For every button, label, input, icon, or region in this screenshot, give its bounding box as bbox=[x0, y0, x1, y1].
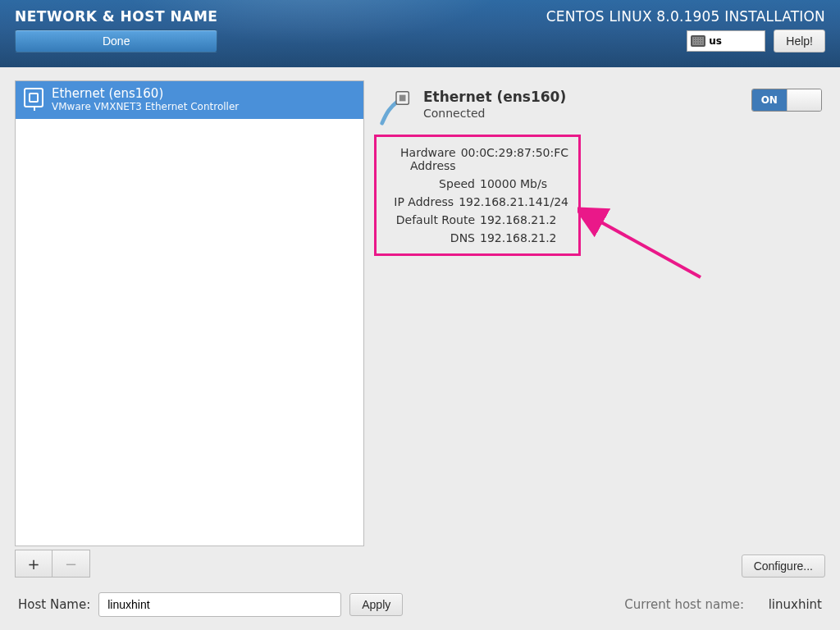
apply-hostname-button[interactable]: Apply bbox=[349, 593, 403, 616]
detail-row-ip-address: IP Address 192.168.21.141/24 bbox=[380, 193, 568, 211]
interface-detail-table: Hardware Address 00:0C:29:87:50:FC Speed… bbox=[374, 135, 581, 256]
help-button-label: Help! bbox=[786, 34, 813, 48]
configure-button-label: Configure... bbox=[754, 559, 813, 573]
hostname-label: Host Name: bbox=[18, 597, 90, 612]
toggle-knob bbox=[787, 89, 822, 111]
minus-icon: − bbox=[65, 555, 77, 573]
detail-row-hardware-address: Hardware Address 00:0C:29:87:50:FC bbox=[380, 144, 568, 175]
interface-name: Ethernet (ens160) bbox=[52, 86, 239, 101]
detail-label: DNS bbox=[380, 231, 475, 244]
spoke-body: Ethernet (ens160) VMware VMXNET3 Etherne… bbox=[0, 67, 840, 630]
detail-value: 00:0C:29:87:50:FC bbox=[461, 146, 568, 172]
topbar-left: NETWORK & HOST NAME Done bbox=[15, 8, 217, 62]
interface-enable-toggle[interactable]: ON bbox=[751, 89, 822, 112]
ethernet-cable-icon bbox=[377, 89, 415, 126]
current-hostname-value: linuxhint bbox=[769, 597, 822, 612]
configure-button[interactable]: Configure... bbox=[742, 555, 825, 578]
detail-interface-status: Connected bbox=[423, 107, 751, 120]
plus-icon: + bbox=[27, 555, 39, 573]
svg-rect-1 bbox=[399, 95, 406, 102]
ethernet-icon bbox=[24, 88, 43, 107]
detail-header-text: Ethernet (ens160) Connected bbox=[423, 89, 751, 120]
interface-list-item[interactable]: Ethernet (ens160) VMware VMXNET3 Etherne… bbox=[16, 81, 363, 119]
spoke-title: NETWORK & HOST NAME bbox=[15, 8, 217, 25]
interface-list-column: Ethernet (ens160) VMware VMXNET3 Etherne… bbox=[15, 80, 364, 578]
help-button[interactable]: Help! bbox=[774, 30, 825, 52]
annotation-arrow bbox=[578, 203, 709, 285]
detail-row-dns: DNS 192.168.21.2 bbox=[380, 229, 568, 247]
interface-detail-column: Ethernet (ens160) Connected ON Hardware … bbox=[374, 80, 825, 578]
detail-interface-title: Ethernet (ens160) bbox=[423, 89, 751, 105]
main-columns: Ethernet (ens160) VMware VMXNET3 Etherne… bbox=[15, 80, 825, 578]
detail-value: 192.168.21.2 bbox=[480, 213, 557, 226]
remove-interface-button[interactable]: − bbox=[52, 550, 90, 578]
detail-label: Speed bbox=[380, 177, 475, 190]
interface-list-item-text: Ethernet (ens160) VMware VMXNET3 Etherne… bbox=[52, 86, 239, 112]
interface-device-model: VMware VMXNET3 Ethernet Controller bbox=[52, 101, 239, 112]
keyboard-layout-indicator[interactable]: us bbox=[687, 30, 765, 52]
add-interface-button[interactable]: + bbox=[15, 550, 52, 578]
detail-value: 10000 Mb/s bbox=[480, 177, 547, 190]
detail-value: 192.168.21.2 bbox=[480, 231, 557, 244]
detail-row-speed: Speed 10000 Mb/s bbox=[380, 175, 568, 193]
installer-title: CENTOS LINUX 8.0.1905 INSTALLATION bbox=[546, 8, 825, 25]
detail-label: IP Address bbox=[380, 195, 454, 208]
interface-list-buttons: + − bbox=[15, 550, 364, 578]
installer-topbar: NETWORK & HOST NAME Done CENTOS LINUX 8.… bbox=[0, 0, 840, 67]
topbar-right: CENTOS LINUX 8.0.1905 INSTALLATION us He… bbox=[546, 8, 825, 62]
detail-label: Default Route bbox=[380, 213, 475, 226]
detail-label: Hardware Address bbox=[380, 146, 456, 172]
topbar-right-row: us Help! bbox=[687, 30, 825, 52]
toggle-on-label: ON bbox=[752, 89, 787, 111]
svg-line-2 bbox=[594, 218, 701, 277]
done-button-label: Done bbox=[103, 34, 130, 48]
hostname-input[interactable] bbox=[98, 592, 341, 617]
done-button[interactable]: Done bbox=[15, 30, 217, 52]
configure-row: Configure... bbox=[374, 550, 825, 578]
interface-detail-header: Ethernet (ens160) Connected ON bbox=[374, 80, 825, 128]
hostname-footer: Host Name: Apply Current host name: linu… bbox=[15, 578, 825, 619]
apply-button-label: Apply bbox=[362, 598, 390, 611]
detail-value: 192.168.21.141/24 bbox=[459, 195, 568, 208]
detail-row-default-route: Default Route 192.168.21.2 bbox=[380, 211, 568, 229]
keyboard-layout-label: us bbox=[709, 35, 722, 47]
current-hostname-label: Current host name: bbox=[624, 597, 744, 612]
interface-list[interactable]: Ethernet (ens160) VMware VMXNET3 Etherne… bbox=[15, 80, 364, 546]
keyboard-icon bbox=[691, 35, 705, 47]
